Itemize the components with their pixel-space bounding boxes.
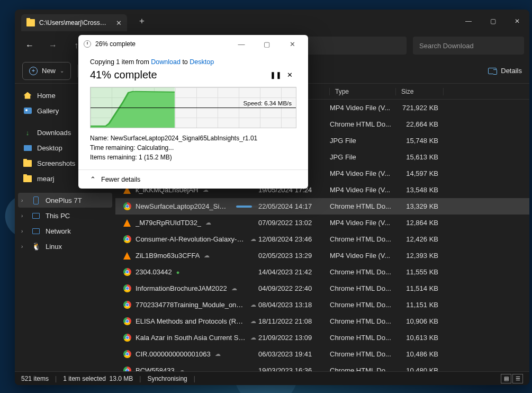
chevron-down-icon: ⌄ (60, 68, 64, 74)
tab-close-icon[interactable]: ✕ (116, 19, 122, 26)
sidebar-linux[interactable]: ›🐧Linux (18, 239, 112, 254)
phone-icon (33, 196, 39, 204)
view-details-button[interactable]: ☰ (512, 374, 523, 383)
file-type: MP4 Video File (V... (330, 219, 396, 227)
search-input[interactable]: Search Download (413, 37, 524, 55)
expand-icon[interactable]: › (21, 213, 23, 219)
file-row[interactable]: _M79cRpRUIdTD32_☁07/09/2022 13:02MP4 Vid… (115, 215, 529, 231)
close-button[interactable]: ✕ (505, 11, 529, 32)
chrome-icon (123, 268, 131, 276)
file-size: 13,329 KB (396, 202, 444, 210)
new-tab-button[interactable]: + (134, 14, 149, 29)
fewer-details-button[interactable]: ⌃ Fewer details (78, 169, 308, 189)
file-type: JPG File (330, 153, 396, 161)
file-size: 12,426 KB (396, 235, 444, 243)
dialog-minimize-button[interactable]: — (231, 36, 252, 52)
file-type: MP4 Video File (V... (330, 169, 396, 177)
pc-icon (32, 213, 40, 219)
dest-link[interactable]: Desktop (190, 58, 214, 66)
maximize-button[interactable]: ▢ (481, 11, 505, 32)
tab[interactable]: C:\Users\mearj\CrossDevice\O ✕ (21, 14, 127, 31)
file-date: 19/03/2023 16:36 (258, 367, 330, 371)
forward-button[interactable]: → (43, 36, 62, 55)
clock-icon (84, 40, 91, 48)
cancel-button[interactable]: ✕ (283, 68, 296, 82)
file-size: 10,486 KB (396, 350, 444, 358)
file-row[interactable]: ZiL1B9mo63u3CFFA☁02/05/2023 13:29MP4 Vid… (115, 247, 529, 264)
file-name: InformationBrochureJAM2022 (136, 284, 227, 292)
file-date: 22/05/2024 14:17 (258, 202, 330, 210)
expand-icon[interactable]: › (21, 198, 23, 203)
details-pane-button[interactable]: Details (488, 67, 522, 75)
sidebar-oneplus[interactable]: ›OnePlus 7T (18, 193, 112, 208)
dialog-close-button[interactable]: ✕ (282, 36, 303, 52)
chrome-icon (123, 367, 131, 371)
file-row[interactable]: NewSurfaceLaptop2024_Signal65LabInsig...… (115, 198, 529, 215)
file-row[interactable]: InformationBrochureJAM2022☁04/09/2022 22… (115, 280, 529, 297)
file-type: Chrome HTML Do... (330, 284, 396, 292)
file-row[interactable]: Consumer-AI-Revolution-Galaxy-AI_Sign...… (115, 231, 529, 247)
file-name: NewSurfaceLaptop2024_Signal65LabInsig... (136, 202, 230, 210)
expand-icon[interactable]: › (21, 228, 23, 234)
minimize-button[interactable]: — (456, 11, 481, 32)
file-date: 18/11/2022 21:08 (258, 317, 330, 325)
status-bar: 521 items | 1 item selected 13.0 MB | Sy… (15, 371, 529, 385)
file-date: 14/04/2023 21:42 (258, 268, 330, 276)
file-type: MP4 Video File (V... (330, 252, 396, 260)
file-type: Chrome HTML Do... (330, 317, 396, 325)
cloud-status-icon: ☁ (250, 334, 258, 341)
folder-icon (23, 175, 32, 182)
file-type: Chrome HTML Do... (330, 268, 396, 276)
dialog-maximize-button[interactable]: ▢ (256, 36, 277, 52)
file-name: Kala Azar in South Asia Current Status a… (136, 334, 246, 342)
speed-label: Speed: 6.34 MB/s (244, 100, 292, 106)
cloud-status-icon: ☁ (250, 318, 258, 325)
col-size[interactable]: Size (396, 88, 444, 95)
vlc-icon (123, 252, 131, 260)
file-size: 15,748 KB (396, 137, 444, 145)
expand-icon[interactable]: › (21, 244, 23, 249)
view-list-button[interactable]: ▤ (501, 374, 511, 383)
chrome-icon (123, 301, 131, 309)
file-size: 11,555 KB (396, 268, 444, 276)
file-type: JPG File (330, 137, 396, 145)
file-name: 2304.03442 (136, 268, 172, 276)
file-name: 7702334778Training_Module_on_Extrapul... (136, 301, 246, 309)
file-size: 13,548 KB (396, 186, 444, 194)
file-type: Chrome HTML Do... (330, 202, 396, 210)
file-row[interactable]: BCW558433☁19/03/2023 16:36Chrome HTML Do… (115, 362, 529, 371)
folder-icon (23, 160, 32, 167)
pause-button[interactable]: ❚❚ (269, 68, 283, 82)
item-count: 521 items (21, 375, 49, 382)
file-size: 11,151 KB (396, 301, 444, 309)
back-button[interactable]: ← (20, 36, 39, 55)
sidebar-thispc[interactable]: ›This PC (18, 208, 112, 223)
file-type: Chrome HTML Do... (330, 120, 396, 128)
file-name: ZiL1B9mo63u3CFFA (136, 252, 200, 260)
file-size: 10,613 KB (396, 334, 444, 342)
file-name: BCW558433 (136, 367, 175, 371)
file-row[interactable]: 7702334778Training_Module_on_Extrapul...… (115, 297, 529, 313)
dialog-title: 26% complete (95, 40, 227, 48)
file-row[interactable]: Kala Azar in South Asia Current Status a… (115, 329, 529, 346)
download-icon: ↓ (23, 128, 32, 137)
file-row[interactable]: ELISA Methods and Protocols (Robert Hn..… (115, 313, 529, 329)
file-date: 21/09/2022 13:09 (258, 334, 330, 342)
synced-icon: ● (176, 269, 186, 275)
cloud-status-icon: ☁ (231, 285, 241, 292)
file-type: MP4 Video File (V... (330, 186, 396, 194)
sidebar-network[interactable]: ›Network (18, 224, 112, 238)
file-date: 08/04/2023 13:18 (258, 301, 330, 309)
file-size: 12,393 KB (396, 252, 444, 260)
new-button[interactable]: + New ⌄ (22, 62, 71, 80)
progress-bar (236, 206, 258, 208)
copy-details: Name: NewSurfaceLaptop2024_Signal65LabIn… (90, 133, 296, 162)
source-link[interactable]: Download (151, 58, 181, 66)
file-date: 06/03/2023 19:41 (258, 350, 330, 358)
tab-title: C:\Users\mearj\CrossDevice\O (39, 19, 110, 26)
file-row[interactable]: 2304.03442●14/04/2023 21:42Chrome HTML D… (115, 264, 529, 280)
file-name: ELISA Methods and Protocols (Robert Hn..… (136, 317, 246, 325)
col-type[interactable]: Type (330, 88, 396, 95)
file-row[interactable]: CIR.0000000000001063☁06/03/2023 19:41Chr… (115, 346, 529, 362)
file-type: MP4 Video File (V... (330, 104, 396, 112)
